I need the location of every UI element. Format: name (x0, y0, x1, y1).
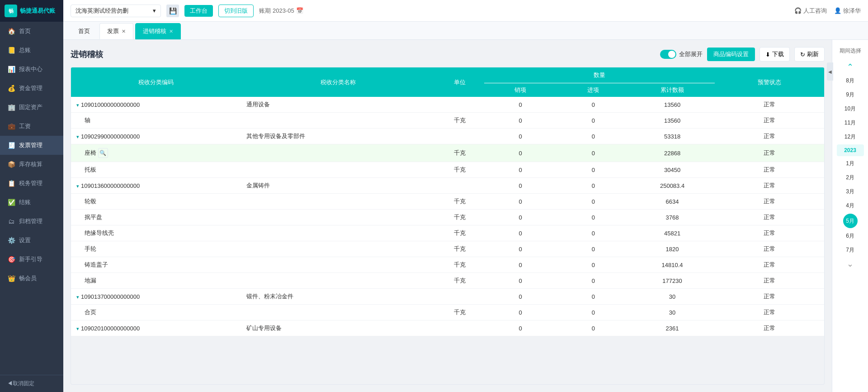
td-purchase: 0 (557, 210, 630, 225)
td-unit: 千克 (435, 144, 484, 162)
month-item-10[interactable]: 10月 (837, 102, 864, 115)
report-icon: 📊 (7, 66, 15, 73)
group-toggle[interactable]: ▾ (76, 102, 79, 108)
download-button[interactable]: ⬇ 下载 (760, 47, 790, 62)
month-item-4[interactable]: 4月 (837, 199, 864, 212)
workspace-button[interactable]: 工作台 (184, 5, 213, 17)
toggle-all[interactable]: 全部展开 (660, 50, 703, 59)
table-row: 合页 千克 0 0 30 正常 (71, 305, 824, 320)
month-item-9[interactable]: 9月 (837, 88, 864, 101)
product-code-button[interactable]: 商品编码设置 (707, 48, 755, 61)
tab-home[interactable]: 首页 (71, 23, 98, 39)
sidebar-label-salary: 工资 (19, 122, 31, 130)
td-code: ▾109013600000000000 (71, 178, 241, 194)
member-icon: 👑 (7, 275, 15, 282)
sidebar-item-salary[interactable]: 💼 工资 (0, 117, 63, 136)
group-toggle[interactable]: ▾ (76, 183, 79, 189)
sidebar-item-fund[interactable]: 💰 资金管理 (0, 79, 63, 98)
group-toggle[interactable]: ▾ (76, 326, 79, 331)
sidebar-item-report[interactable]: 📊 报表中心 (0, 60, 63, 79)
search-icon[interactable]: 🔍 (98, 148, 108, 158)
sidebar-label-settings: 设置 (19, 236, 31, 244)
td-unit (435, 97, 484, 113)
invoice-icon: 🧾 (7, 142, 15, 149)
sidebar-item-invoice[interactable]: 🧾 发票管理 (0, 136, 63, 155)
tab-invoice[interactable]: 发票 ✕ (99, 23, 133, 39)
td-unit (435, 320, 484, 336)
group-toggle[interactable]: ▾ (76, 134, 79, 139)
td-total: 177230 (630, 273, 715, 289)
td-purchase: 0 (557, 257, 630, 273)
td-total: 22868 (630, 144, 715, 162)
calendar-icon[interactable]: 📅 (296, 7, 303, 14)
sidebar-item-member[interactable]: 👑 畅会员 (0, 269, 63, 288)
salary-icon: 💼 (7, 123, 15, 130)
month-item-7[interactable]: 7月 (837, 244, 864, 257)
user-menu[interactable]: 👤 徐泽华 (834, 7, 861, 15)
main-content: 沈海英测试经营勿删 ▾ 💾 工作台 切到旧版 账期 2023-05 📅 🎧 人工… (63, 0, 868, 392)
sidebar-item-asset[interactable]: 🏢 固定资产 (0, 98, 63, 117)
refresh-button[interactable]: ↻ 刷新 (794, 47, 825, 62)
month-item-6[interactable]: 6月 (837, 229, 864, 243)
expand-toggle-switch[interactable] (660, 50, 676, 59)
td-status: 正常 (715, 320, 824, 336)
td-unit: 千克 (435, 305, 484, 320)
td-status: 正常 (715, 241, 824, 257)
sidebar-item-archive[interactable]: 🗂 归档管理 (0, 212, 63, 231)
tab-reconcile[interactable]: 进销稽核 ✕ (135, 23, 181, 39)
company-selector[interactable]: 沈海英测试经营勿删 ▾ (71, 5, 161, 17)
home-icon: 🏠 (7, 28, 15, 35)
month-item-3[interactable]: 3月 (837, 185, 864, 198)
td-status: 正常 (715, 129, 824, 144)
td-sales: 0 (484, 241, 557, 257)
month-item-12[interactable]: 12月 (837, 130, 864, 143)
td-purchase: 0 (557, 162, 630, 178)
td-unit: 千克 (435, 194, 484, 210)
page-header: 进销稽核 全部展开 商品编码设置 ⬇ 下载 ↻ 刷新 (71, 47, 825, 62)
save-button[interactable]: 💾 (166, 5, 179, 17)
month-item-8[interactable]: 8月 (837, 74, 864, 87)
sidebar-item-guide[interactable]: 🎯 新手引导 (0, 250, 63, 269)
td-code-child: 托板 (71, 162, 241, 178)
guide-icon: 🎯 (7, 256, 15, 263)
sidebar-item-ledger[interactable]: 📒 总账 (0, 41, 63, 60)
month-item-2[interactable]: 2月 (837, 171, 864, 184)
data-table-wrap[interactable]: 税收分类编码 税收分类名称 单位 数量 预警状态 销项 进项 累计数额 (71, 67, 825, 385)
td-status: 正常 (715, 273, 824, 289)
sidebar-label-invoice: 发票管理 (19, 141, 42, 149)
year-2023-label: 2023 (837, 144, 864, 156)
panel-nav-up[interactable]: ⌃ (847, 62, 854, 72)
month-item-11[interactable]: 11月 (837, 116, 864, 129)
month-item-1[interactable]: 1月 (837, 157, 864, 170)
td-code-child: 轴 (71, 113, 241, 129)
td-unit: 千克 (435, 257, 484, 273)
tab-reconcile-close[interactable]: ✕ (169, 29, 173, 34)
sidebar-item-settle[interactable]: ✅ 结账 (0, 193, 63, 212)
td-purchase: 0 (557, 97, 630, 113)
sidebar-item-inventory[interactable]: 📦 库存核算 (0, 155, 63, 174)
td-name-child (241, 210, 435, 225)
tab-invoice-close[interactable]: ✕ (122, 29, 126, 34)
tab-invoice-label: 发票 (107, 27, 119, 35)
td-sales: 0 (484, 129, 557, 144)
sidebar-label-ledger: 总账 (19, 46, 31, 54)
td-name-child (241, 194, 435, 210)
support-button[interactable]: 🎧 人工咨询 (794, 7, 827, 15)
sidebar-item-settings[interactable]: ⚙️ 设置 (0, 231, 63, 250)
td-total: 13560 (630, 97, 715, 113)
td-sales: 0 (484, 320, 557, 336)
table-row: 铸造盖子 千克 0 0 14810.4 正常 (71, 257, 824, 273)
panel-nav-down[interactable]: ⌄ (847, 259, 854, 269)
old-version-button[interactable]: 切到旧版 (218, 5, 254, 17)
sidebar-item-home[interactable]: 🏠 首页 (0, 22, 63, 41)
td-sales: 0 (484, 305, 557, 320)
td-status: 正常 (715, 162, 824, 178)
panel-collapse-button[interactable]: ◀ (827, 62, 833, 81)
group-toggle[interactable]: ▾ (76, 294, 79, 300)
td-name-child (241, 241, 435, 257)
td-purchase: 0 (557, 194, 630, 210)
sidebar-pin-toggle[interactable]: ◀取消固定 (0, 375, 63, 392)
sidebar-item-tax[interactable]: 📋 税务管理 (0, 174, 63, 193)
month-item-5-active[interactable]: 5月 (843, 214, 858, 228)
page-title: 进销稽核 (71, 49, 103, 60)
